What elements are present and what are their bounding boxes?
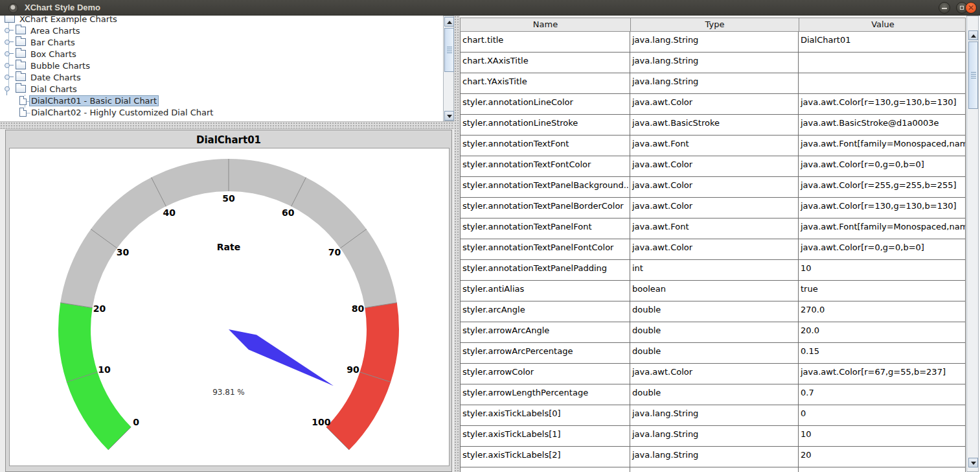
name-cell[interactable]: styler.annotationTextPanelBackground... [460,177,630,197]
tree-collapsed-handle-icon[interactable] [5,75,14,80]
tree-scrollbar[interactable] [443,16,454,121]
tree-item[interactable]: Bubble Charts [0,60,443,71]
value-cell[interactable]: java.awt.Color[r=130,g=130,b=130] [799,94,966,114]
table-row[interactable]: styler.annotationTextPanelBackground...j… [460,177,966,198]
value-cell[interactable]: java.awt.Color[r=0,g=0,b=0] [799,156,966,176]
type-cell[interactable]: java.lang.String [630,405,799,425]
table-row[interactable]: chart.YAxisTitlejava.lang.String [460,73,966,94]
column-header-type[interactable]: Type [631,18,799,31]
value-cell[interactable]: 270.0 [799,301,966,322]
tree-item[interactable]: Bar Charts [0,36,443,48]
horizontal-split-divider[interactable] [0,121,454,129]
value-cell[interactable]: true [799,281,966,301]
value-cell[interactable]: 0.7 [799,384,966,405]
tree-item[interactable]: Area Charts [0,25,443,36]
type-cell[interactable]: java.awt.BasicStroke [630,115,799,135]
value-cell[interactable]: java.awt.Font[family=Monospaced,nam... [799,218,966,239]
type-cell[interactable]: double [630,384,799,405]
value-cell[interactable] [799,73,966,93]
name-cell[interactable]: styler.arcAngle [460,301,630,322]
name-cell[interactable]: chart.YAxisTitle [460,73,630,93]
scrollbar-thumb[interactable] [968,41,978,109]
value-cell[interactable]: 10 [799,426,966,446]
type-cell[interactable]: java.awt.Color [630,94,799,114]
vertical-split-divider[interactable] [454,16,460,472]
tree-item[interactable]: Box Charts [0,48,443,60]
name-cell[interactable]: styler.antiAlias [460,281,630,301]
name-cell[interactable]: styler.annotationTextPanelFont [460,218,630,239]
type-cell[interactable]: int [630,260,799,280]
type-cell[interactable]: java.awt.Color [630,364,799,384]
tree-collapsed-handle-icon[interactable] [5,40,14,45]
table-row[interactable]: styler.antiAliasbooleantrue [460,281,966,301]
table-row[interactable]: styler.annotationTextFontjava.awt.Fontja… [460,136,966,156]
value-cell[interactable]: java.awt.Color[r=255,g=255,b=255] [799,177,966,197]
table-row-partial[interactable] [460,467,966,472]
value-cell[interactable]: 0.15 [799,343,966,363]
scrollbar-thumb[interactable] [444,28,454,72]
type-cell[interactable]: java.lang.String [630,32,799,52]
name-cell[interactable]: styler.annotationTextPanelBorderColor [460,198,630,218]
name-cell[interactable]: styler.annotationLineColor [460,94,630,114]
name-cell[interactable]: styler.annotationTextFontColor [460,156,630,176]
tree-item[interactable]: XChart Example Charts [0,16,443,25]
type-cell[interactable]: java.awt.Color [630,198,799,218]
name-cell[interactable]: styler.annotationTextPanelPadding [460,260,630,280]
type-cell[interactable]: java.awt.Color [630,177,799,197]
value-cell[interactable] [799,53,966,73]
tree-item[interactable]: Date Charts [0,71,443,83]
tree-item[interactable]: DialChart02 - Highly Customized Dial Cha… [0,106,443,118]
scroll-up-button[interactable] [444,17,454,27]
type-cell[interactable]: java.lang.String [630,53,799,73]
type-cell[interactable]: java.awt.Font [630,218,799,239]
name-cell[interactable]: styler.arrowArcAngle [460,322,630,342]
tree-item[interactable]: DialChart01 - Basic Dial Chart [0,95,443,106]
table-row[interactable]: styler.annotationTextPanelBorderColorjav… [460,198,966,218]
value-cell[interactable]: java.awt.BasicStroke@d1a0003e [799,115,966,135]
table-row[interactable]: styler.arrowArcPercentagedouble0.15 [460,343,966,364]
tree-collapsed-handle-icon[interactable] [5,28,14,33]
name-cell[interactable]: styler.axisTickLabels[1] [460,426,630,446]
name-cell[interactable]: styler.arrowLengthPercentage [460,384,630,405]
table-row[interactable]: styler.annotationTextPanelFontColorjava.… [460,239,966,260]
value-cell[interactable]: 20.0 [799,322,966,342]
value-cell[interactable]: 0 [799,405,966,425]
type-cell[interactable]: java.awt.Color [630,239,799,259]
type-cell[interactable]: java.lang.String [630,73,799,93]
table-row[interactable]: styler.axisTickLabels[0]java.lang.String… [460,405,966,426]
tree-collapsed-handle-icon[interactable] [5,51,14,56]
minimize-button[interactable] [939,2,950,14]
table-row[interactable]: styler.annotationLineStrokejava.awt.Basi… [460,115,966,136]
close-button[interactable]: ✕ [965,2,977,14]
table-row[interactable]: styler.axisTickLabels[1]java.lang.String… [460,426,966,447]
tree-collapsed-handle-icon[interactable] [5,63,14,68]
name-cell[interactable]: styler.axisTickLabels[2] [460,447,630,467]
value-cell[interactable]: java.awt.Color[r=67,g=55,b=237] [799,364,966,384]
table-row[interactable]: styler.annotationLineColorjava.awt.Color… [460,94,966,115]
titlebar[interactable]: XChart Style Demo ✕ [0,0,980,16]
table-row[interactable]: chart.titlejava.lang.StringDialChart01 [460,32,966,53]
value-cell[interactable]: DialChart01 [799,32,966,52]
table-row[interactable]: styler.arrowColorjava.awt.Colorjava.awt.… [460,364,966,384]
name-cell[interactable]: styler.arrowArcPercentage [460,343,630,363]
value-cell[interactable]: java.awt.Font[family=Monospaced,nam... [799,136,966,156]
table-row[interactable]: styler.annotationTextPanelFontjava.awt.F… [460,218,966,239]
column-header-name[interactable]: Name [461,18,631,31]
scroll-up-button[interactable] [968,30,978,40]
table-scrollbar[interactable] [966,16,979,472]
name-cell[interactable]: chart.title [460,32,630,52]
type-cell[interactable] [630,467,799,472]
name-cell[interactable]: styler.annotationLineStroke [460,115,630,135]
name-cell[interactable]: styler.annotationTextFont [460,136,630,156]
name-cell[interactable]: chart.XAxisTitle [460,53,630,73]
table-row[interactable]: styler.arrowArcAngledouble20.0 [460,322,966,343]
scroll-down-button[interactable] [968,458,978,467]
name-cell[interactable] [460,467,630,472]
type-cell[interactable]: java.awt.Color [630,156,799,176]
table-row[interactable]: styler.annotationTextFontColorjava.awt.C… [460,156,966,177]
table-row[interactable]: styler.arcAngledouble270.0 [460,301,966,322]
value-cell[interactable]: 10 [799,260,966,280]
value-cell[interactable] [799,467,966,472]
type-cell[interactable]: boolean [630,281,799,301]
table-row[interactable]: chart.XAxisTitlejava.lang.String [460,53,966,73]
